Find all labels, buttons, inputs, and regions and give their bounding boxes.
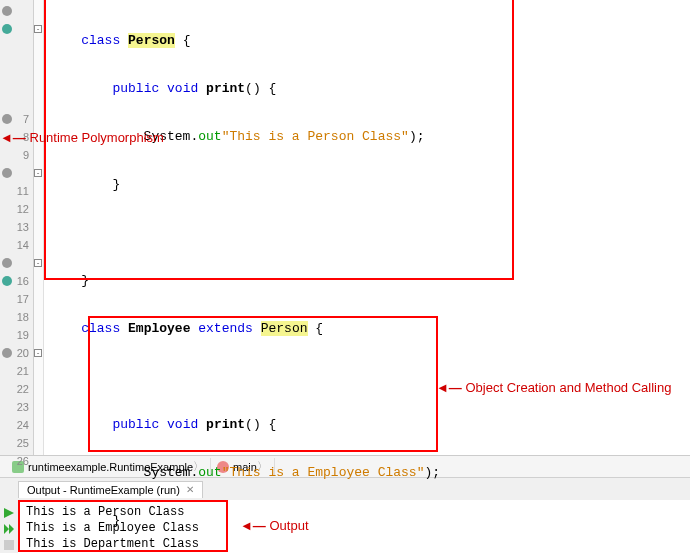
fold-icon[interactable]: - <box>34 25 42 33</box>
fold-icon[interactable]: - <box>34 259 42 267</box>
arrow-icon: ◄— <box>0 130 26 145</box>
rerun-icon[interactable] <box>2 522 16 536</box>
fold-icon[interactable]: - <box>34 169 42 177</box>
svg-marker-1 <box>4 524 9 534</box>
svg-marker-0 <box>4 508 14 518</box>
line-gutter: 789111213141617181920212223242526 <box>0 0 34 455</box>
output-console[interactable]: This is a Person Class This is a Employe… <box>18 500 690 553</box>
output-toolbar <box>0 500 18 553</box>
arrow-icon: ◄— <box>436 380 462 395</box>
code-editor: 789111213141617181920212223242526 - - - … <box>0 0 690 456</box>
output-panel: This is a Person Class This is a Employe… <box>0 500 690 553</box>
run-icon[interactable] <box>2 506 16 520</box>
annotation-polymorphism: ◄— Runtime Polymorphism <box>0 130 164 145</box>
svg-rect-3 <box>4 540 14 550</box>
arrow-icon: ◄— <box>240 518 266 533</box>
annotation-output: ◄— Output <box>240 518 309 533</box>
annotation-object-creation: ◄— Object Creation and Method Calling <box>436 380 671 395</box>
svg-marker-2 <box>9 524 14 534</box>
stop-icon[interactable] <box>2 538 16 552</box>
fold-icon[interactable]: - <box>34 349 42 357</box>
fold-column: - - - - <box>34 0 44 455</box>
